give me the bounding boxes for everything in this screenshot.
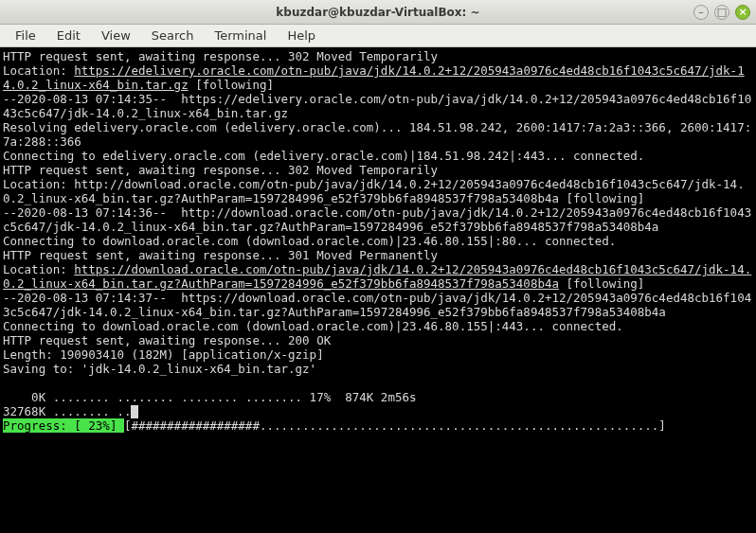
- maximize-button[interactable]: □: [714, 5, 729, 20]
- progress-bar-rest: ........................................…: [260, 418, 666, 433]
- term-line: Length: 190903410 (182M) [application/x-…: [3, 347, 324, 362]
- term-line: Connecting to download.oracle.com (downl…: [3, 234, 616, 248]
- terminal-cursor: [131, 405, 138, 418]
- menu-search[interactable]: Search: [142, 27, 204, 44]
- window-controls: – □ ×: [693, 5, 750, 20]
- menubar: File Edit View Search Terminal Help: [0, 25, 756, 47]
- term-line: HTTP request sent, awaiting response... …: [3, 248, 438, 262]
- menu-terminal[interactable]: Terminal: [205, 27, 276, 44]
- window-title: kbuzdar@kbuzdar-VirtualBox: ~: [276, 6, 479, 19]
- window-titlebar: kbuzdar@kbuzdar-VirtualBox: ~ – □ ×: [0, 0, 756, 25]
- term-line: Connecting to download.oracle.com (downl…: [3, 319, 623, 333]
- term-line: [following]: [559, 276, 644, 291]
- term-url: https://edelivery.oracle.com/otn-pub/jav…: [3, 63, 745, 92]
- menu-view[interactable]: View: [92, 27, 140, 44]
- menu-help[interactable]: Help: [278, 27, 325, 44]
- term-line: HTTP request sent, awaiting response... …: [3, 163, 438, 177]
- menu-edit[interactable]: Edit: [47, 27, 90, 44]
- term-line: HTTP request sent, awaiting response... …: [3, 49, 438, 63]
- term-line: --2020-08-13 07:14:36-- http://download.…: [3, 205, 751, 234]
- minimize-button[interactable]: –: [693, 5, 709, 20]
- progress-bar-fill: [##################: [124, 418, 260, 433]
- progress-label: Progress: [ 23%]: [3, 418, 124, 433]
- terminal-output[interactable]: HTTP request sent, awaiting response... …: [0, 47, 756, 533]
- term-line: --2020-08-13 07:14:35-- https://edeliver…: [3, 92, 751, 120]
- term-line: Location:: [3, 63, 74, 78]
- term-line: Location:: [3, 262, 74, 276]
- term-line: --2020-08-13 07:14:37-- https://download…: [3, 291, 751, 319]
- progress-row-1: 0K ........ ........ ........ ........ 1…: [3, 390, 417, 404]
- term-line: HTTP request sent, awaiting response... …: [3, 333, 331, 347]
- term-line: Saving to: 'jdk-14.0.2_linux-x64_bin.tar…: [3, 362, 316, 376]
- term-line: Resolving edelivery.oracle.com (edeliver…: [3, 120, 751, 149]
- menu-file[interactable]: File: [6, 27, 45, 44]
- term-line: Connecting to edelivery.oracle.com (edel…: [3, 149, 644, 163]
- close-button[interactable]: ×: [735, 5, 750, 20]
- progress-row-2: 32768K ........ ..: [3, 404, 131, 418]
- term-line: Location: http://download.oracle.com/otn…: [3, 177, 745, 205]
- term-line: [following]: [189, 78, 274, 92]
